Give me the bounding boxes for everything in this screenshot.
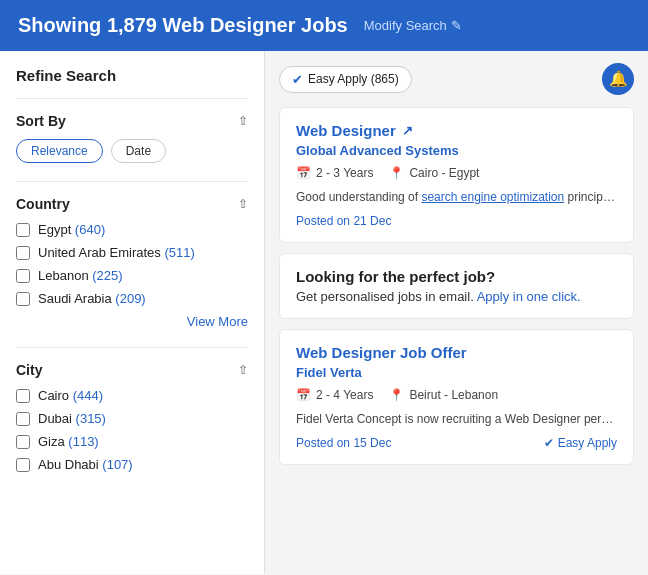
- notification-bell-button[interactable]: 🔔: [602, 63, 634, 95]
- sort-by-label: Sort By: [16, 113, 66, 129]
- desc-highlight-1: search engine optimization: [421, 190, 564, 204]
- country-saudi: Saudi Arabia (209): [16, 291, 248, 306]
- external-link-icon-1: ↗: [402, 123, 413, 138]
- experience-text-1: 2 - 3 Years: [316, 166, 373, 180]
- relevance-sort-button[interactable]: Relevance: [16, 139, 103, 163]
- divider-2: [16, 181, 248, 182]
- city-chevron-icon: ⇧: [238, 363, 248, 377]
- job-title-text-2[interactable]: Web Designer Job Offer: [296, 344, 467, 361]
- job-footer-2: Posted on 15 Dec ✔ Easy Apply: [296, 436, 617, 450]
- showing-prefix: Showing: [18, 14, 107, 36]
- location-icon-2: 📍: [389, 388, 404, 402]
- country-view-more[interactable]: View More: [16, 314, 248, 329]
- country-lebanon-checkbox[interactable]: [16, 269, 30, 283]
- location-meta-1: 📍 Cairo - Egypt: [389, 166, 479, 180]
- filter-bar: ✔ Easy Apply (865) 🔔: [279, 63, 634, 95]
- pencil-icon: ✎: [451, 18, 462, 33]
- job-card-1: Web Designer ↗ Global Advanced Systems 📅…: [279, 107, 634, 243]
- country-lebanon-label: Lebanon (225): [38, 268, 123, 283]
- briefcase-icon-2: 📅: [296, 388, 311, 402]
- job-title-text-1[interactable]: Web Designer: [296, 122, 396, 139]
- promo-desc: Get personalised jobs in email. Apply in…: [296, 289, 617, 304]
- page-header: Showing 1,879 Web Designer Jobs Modify S…: [0, 0, 648, 51]
- experience-meta-2: 📅 2 - 4 Years: [296, 388, 373, 402]
- country-uae: United Arab Emirates (511): [16, 245, 248, 260]
- country-egypt-checkbox[interactable]: [16, 223, 30, 237]
- city-giza-label: Giza (113): [38, 434, 99, 449]
- country-header: Country ⇧: [16, 196, 248, 212]
- page-title: Showing 1,879 Web Designer Jobs: [18, 14, 348, 37]
- modify-search-link[interactable]: Modify Search ✎: [364, 18, 462, 33]
- jobs-count: 1,879: [107, 14, 157, 36]
- promo-card: Looking for the perfect job? Get persona…: [279, 253, 634, 319]
- location-meta-2: 📍 Beirut - Lebanon: [389, 388, 498, 402]
- sort-by-section: Sort By ⇧ Relevance Date: [16, 113, 248, 163]
- job-title-1: Web Designer ↗: [296, 122, 617, 139]
- briefcase-icon-1: 📅: [296, 166, 311, 180]
- sort-by-header: Sort By ⇧: [16, 113, 248, 129]
- country-section: Country ⇧ Egypt (640) United Arab Emirat…: [16, 196, 248, 329]
- job-description-2: Fidel Verta Concept is now recruiting a …: [296, 410, 617, 428]
- city-label: City: [16, 362, 42, 378]
- jobs-label: Web Designer Jobs: [157, 14, 348, 36]
- city-dubai-label: Dubai (315): [38, 411, 106, 426]
- easy-apply-check-icon: ✔: [292, 72, 303, 87]
- city-cairo-label: Cairo (444): [38, 388, 103, 403]
- company-name-2[interactable]: Fidel Verta: [296, 365, 617, 380]
- city-abudhabi-checkbox[interactable]: [16, 458, 30, 472]
- country-uae-label: United Arab Emirates (511): [38, 245, 195, 260]
- bell-icon: 🔔: [609, 70, 628, 88]
- country-uae-checkbox[interactable]: [16, 246, 30, 260]
- divider-1: [16, 98, 248, 99]
- location-text-1: Cairo - Egypt: [409, 166, 479, 180]
- easy-apply-label: Easy Apply (865): [308, 72, 399, 86]
- country-saudi-checkbox[interactable]: [16, 292, 30, 306]
- job-description-1: Good understanding of search engine opti…: [296, 188, 617, 206]
- country-lebanon: Lebanon (225): [16, 268, 248, 283]
- city-abudhabi: Abu Dhabi (107): [16, 457, 248, 472]
- sort-buttons: Relevance Date: [16, 139, 248, 163]
- job-meta-2: 📅 2 - 4 Years 📍 Beirut - Lebanon: [296, 388, 617, 402]
- location-text-2: Beirut - Lebanon: [409, 388, 498, 402]
- country-saudi-label: Saudi Arabia (209): [38, 291, 146, 306]
- promo-title: Looking for the perfect job?: [296, 268, 617, 285]
- city-giza: Giza (113): [16, 434, 248, 449]
- easy-apply-check-small: ✔: [544, 436, 554, 450]
- modify-search-label: Modify Search: [364, 18, 447, 33]
- experience-meta-1: 📅 2 - 3 Years: [296, 166, 373, 180]
- city-cairo: Cairo (444): [16, 388, 248, 403]
- refine-search-title: Refine Search: [16, 67, 248, 84]
- easy-apply-text: Easy Apply: [558, 436, 617, 450]
- easy-apply-filter[interactable]: ✔ Easy Apply (865): [279, 66, 412, 93]
- country-chevron-icon: ⇧: [238, 197, 248, 211]
- city-giza-checkbox[interactable]: [16, 435, 30, 449]
- job-title-2: Web Designer Job Offer: [296, 344, 617, 361]
- sidebar: Refine Search Sort By ⇧ Relevance Date C…: [0, 51, 265, 574]
- job-meta-1: 📅 2 - 3 Years 📍 Cairo - Egypt: [296, 166, 617, 180]
- country-label: Country: [16, 196, 70, 212]
- date-sort-button[interactable]: Date: [111, 139, 166, 163]
- country-egypt: Egypt (640): [16, 222, 248, 237]
- country-egypt-label: Egypt (640): [38, 222, 105, 237]
- location-icon-1: 📍: [389, 166, 404, 180]
- company-name-1[interactable]: Global Advanced Systems: [296, 143, 617, 158]
- easy-apply-tag-2[interactable]: ✔ Easy Apply: [544, 436, 617, 450]
- experience-text-2: 2 - 4 Years: [316, 388, 373, 402]
- city-cairo-checkbox[interactable]: [16, 389, 30, 403]
- city-dubai-checkbox[interactable]: [16, 412, 30, 426]
- city-header: City ⇧: [16, 362, 248, 378]
- apply-link[interactable]: Apply in one click.: [477, 289, 581, 304]
- posted-date-2: Posted on 15 Dec: [296, 436, 391, 450]
- posted-date-1: Posted on 21 Dec: [296, 214, 617, 228]
- results-panel: ✔ Easy Apply (865) 🔔 Web Designer ↗ Glob…: [265, 51, 648, 574]
- divider-3: [16, 347, 248, 348]
- city-section: City ⇧ Cairo (444) Dubai (315) Giza (113…: [16, 362, 248, 472]
- city-dubai: Dubai (315): [16, 411, 248, 426]
- main-layout: Refine Search Sort By ⇧ Relevance Date C…: [0, 51, 648, 574]
- city-abudhabi-label: Abu Dhabi (107): [38, 457, 133, 472]
- sort-chevron-icon: ⇧: [238, 114, 248, 128]
- job-card-2: Web Designer Job Offer Fidel Verta 📅 2 -…: [279, 329, 634, 465]
